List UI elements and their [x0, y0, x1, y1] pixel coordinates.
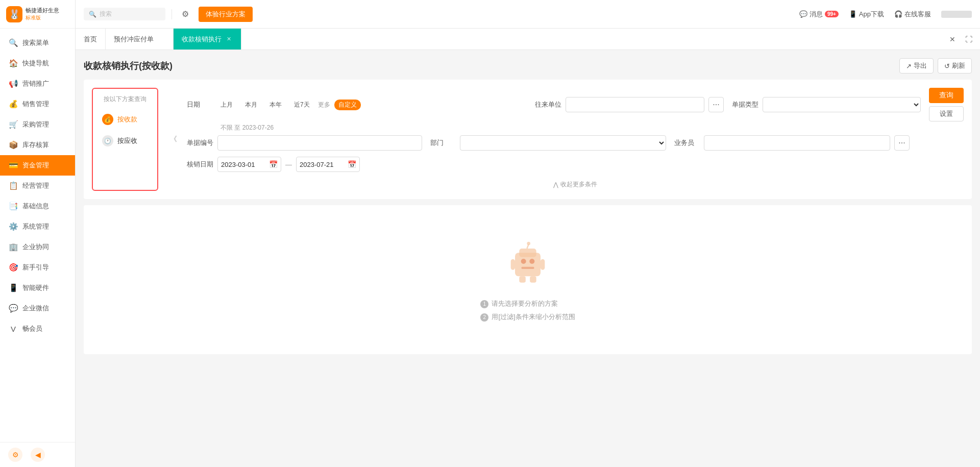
sidebar-icon-marketing: 📢 [8, 79, 18, 89]
empty-illustration [502, 236, 553, 287]
filter-option-by-receivable[interactable]: 🕐 按应收 [97, 131, 153, 151]
sidebar-item-business[interactable]: 📋 经营管理 [0, 176, 75, 196]
sidebar-label-guide: 新手引导 [22, 263, 49, 272]
collapse-more-label: 收起更多条件 [560, 180, 597, 189]
sidebar-icon-enterprise: 🏢 [8, 242, 18, 252]
online-service-item[interactable]: 🎧 在线客服 [894, 10, 931, 19]
quick-date-thismonth[interactable]: 本月 [241, 100, 261, 110]
tab-receipt-label: 收款核销执行 [182, 35, 222, 44]
verify-date-start-cal[interactable]: 📅 [269, 160, 278, 168]
sidebar-icon-search: 🔍 [8, 38, 18, 48]
sidebar-menu: 🔍 搜索菜单 🏠 快捷导航 📢 营销推广 💰 销售管理 🛒 采购管理 📦 库存核… [0, 29, 75, 442]
sidebar-label-inventory: 库存核算 [22, 140, 49, 150]
doc-no-input[interactable] [217, 135, 422, 151]
collapse-sidebar-icon[interactable]: ◀ [31, 448, 45, 462]
tab-expand-btn[interactable]: ⛶ [963, 33, 975, 45]
verify-date-end-cal[interactable]: 📅 [348, 160, 356, 168]
tabs-actions: ✕ ⛶ [941, 29, 980, 50]
svg-rect-5 [511, 259, 515, 270]
app-icon: 📱 [849, 10, 857, 18]
dept-select[interactable] [460, 135, 666, 151]
message-badge: 99+ [825, 11, 839, 17]
tab-prepay-close[interactable]: ✕ [157, 35, 165, 43]
search-box[interactable]: 🔍 搜索 [84, 8, 165, 20]
quick-date-7days[interactable]: 近7天 [290, 100, 314, 110]
verify-date-start-input[interactable] [221, 161, 267, 168]
refresh-label: 刷新 [952, 61, 965, 70]
quick-date-thisyear[interactable]: 本年 [265, 100, 286, 110]
date-field: 日期 上月 本月 本年 近7天 更多 自定义 [187, 100, 527, 110]
tab-receipt-close[interactable]: ✕ [225, 35, 233, 43]
sidebar: 🐰 畅捷通好生意 标准版 🔍 搜索菜单 🏠 快捷导航 📢 营销推广 💰 销售管理… [0, 0, 76, 467]
page-title: 收款核销执行(按收款) [84, 60, 173, 72]
sidebar-item-marketing[interactable]: 📢 营销推广 [0, 73, 75, 94]
sidebar-item-wechat[interactable]: 💬 企业微信 [0, 298, 75, 318]
sidebar-item-system[interactable]: ⚙️ 系统管理 [0, 216, 75, 237]
header-gear-icon[interactable]: ⚙ [178, 7, 192, 21]
receipt-icon: 💰 [102, 114, 113, 125]
sidebar-icon-business: 📋 [8, 181, 18, 191]
partner-input[interactable] [566, 97, 704, 112]
sidebar-item-purchase[interactable]: 🛒 采购管理 [0, 114, 75, 135]
tab-prepay-label: 预付冲应付单 [114, 35, 154, 44]
sidebar-label-purchase: 采购管理 [22, 120, 49, 129]
message-item[interactable]: 💬 消息 99+ [799, 10, 839, 19]
tab-receipt[interactable]: 收款核销执行 ✕ [174, 29, 241, 50]
sidebar-item-sales[interactable]: 💰 销售管理 [0, 94, 75, 114]
partner-ellipsis-btn[interactable]: ··· [708, 97, 724, 112]
header-right: 💬 消息 99+ 📱 App下载 🎧 在线客服 [799, 10, 972, 19]
sidebar-icon-system: ⚙️ [8, 222, 18, 232]
sidebar-icon-sales: 💰 [8, 99, 18, 109]
dept-label: 部门 [430, 138, 456, 148]
quick-date-lastmonth[interactable]: 上月 [216, 100, 237, 110]
sidebar-icon-funds: 💳 [8, 160, 18, 170]
settings-filter-btn[interactable]: 设置 [929, 106, 964, 121]
sidebar-label-search: 搜索菜单 [22, 38, 49, 47]
industry-btn[interactable]: 体验行业方案 [199, 7, 253, 22]
sidebar-item-search[interactable]: 🔍 搜索菜单 [0, 33, 75, 53]
sidebar-label-wechat: 企业微信 [22, 304, 49, 313]
doc-type-select[interactable] [763, 97, 921, 112]
collapse-more-icon: ⋀ [553, 181, 558, 188]
export-icon: ↗ [906, 62, 912, 70]
sidebar-item-quicknav[interactable]: 🏠 快捷导航 [0, 53, 75, 73]
filter-panel: 按以下方案查询 💰 按收款 🕐 按应收 《 日期 [84, 80, 972, 199]
settings-icon[interactable]: ⚙ [8, 448, 22, 462]
sidebar-icon-base: 📑 [8, 201, 18, 211]
sidebar-item-funds[interactable]: 💳 资金管理 [0, 155, 75, 176]
date-hint-row: 不限 至 2023-07-26 [187, 124, 964, 132]
filter-option-by-receipt[interactable]: 💰 按收款 [97, 110, 153, 129]
collapse-more-btn[interactable]: ⋀ 收起更多条件 [547, 178, 603, 191]
sidebar-item-base[interactable]: 📑 基础信息 [0, 196, 75, 216]
sidebar-item-guide[interactable]: 🎯 新手引导 [0, 257, 75, 278]
staff-input[interactable] [704, 135, 890, 151]
export-btn[interactable]: ↗ 导出 [899, 58, 934, 73]
sidebar-item-enterprise[interactable]: 🏢 企业协同 [0, 237, 75, 257]
collapse-more-row: ⋀ 收起更多条件 [187, 178, 964, 191]
tab-home[interactable]: 首页 [76, 29, 106, 50]
staff-ellipsis-btn[interactable]: ··· [894, 135, 910, 151]
sidebar-item-member[interactable]: V 畅会员 [0, 318, 75, 339]
tab-close-btn[interactable]: ✕ [946, 33, 959, 45]
collapse-filter-btn[interactable]: 《 [168, 88, 179, 191]
tab-home-label: 首页 [84, 35, 97, 44]
app-download-item[interactable]: 📱 App下载 [849, 10, 884, 19]
service-icon: 🎧 [894, 10, 902, 18]
tab-prepay[interactable]: 预付冲应付单 ✕ [106, 29, 174, 50]
refresh-btn[interactable]: ↺ 刷新 [938, 58, 972, 73]
quick-date-more[interactable]: 更多 [318, 101, 330, 109]
query-btn[interactable]: 查询 [929, 88, 964, 103]
filter-sidebar-title: 按以下方案查询 [97, 95, 153, 104]
page-header: 收款核销执行(按收款) ↗ 导出 ↺ 刷新 [84, 58, 972, 73]
verify-date-end-input[interactable] [300, 161, 346, 168]
svg-rect-4 [522, 267, 534, 269]
empty-state: 请先选择要分析的方案 用[过滤]条件来缩小分析范围 [84, 205, 972, 354]
filter-row-2: 单据编号 部门 业务员 ··· [187, 135, 964, 151]
svg-point-10 [527, 242, 530, 245]
date-separator: — [285, 161, 292, 168]
online-service-label: 在线客服 [904, 10, 931, 19]
export-label: 导出 [914, 61, 927, 70]
sidebar-item-hardware[interactable]: 📱 智能硬件 [0, 278, 75, 298]
custom-date-btn[interactable]: 自定义 [334, 100, 361, 110]
sidebar-item-inventory[interactable]: 📦 库存核算 [0, 135, 75, 155]
